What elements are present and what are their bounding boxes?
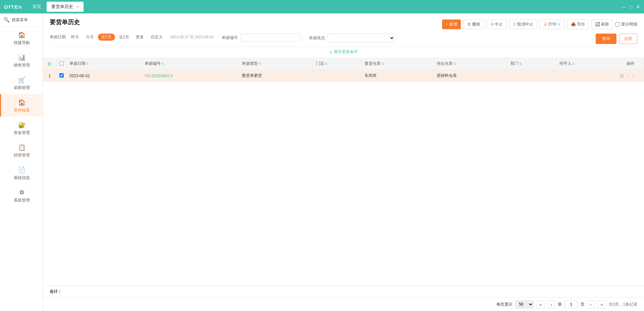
cancel-stop-button-label: 取消中止 bbox=[517, 21, 533, 27]
table-row[interactable]: 1 2023-06-02 YH-20230602-0 要货单要货 车间库 原材料… bbox=[43, 70, 644, 82]
export-button[interactable]: 📤 导出 bbox=[567, 19, 589, 29]
sort-department[interactable]: 部门 bbox=[511, 61, 522, 66]
sort-order-no[interactable]: 单据编号 bbox=[145, 61, 164, 66]
date-options: 昨天 今天 近7天 近1月 更多 自定义 bbox=[68, 34, 165, 41]
order-no-input[interactable] bbox=[240, 34, 301, 42]
status-select[interactable] bbox=[328, 34, 395, 42]
display-detail-checkbox[interactable] bbox=[615, 22, 620, 27]
sort-order-type[interactable]: 单据类型 bbox=[242, 61, 261, 66]
cancel-stop-button[interactable]: ⊙ 取消中止 bbox=[509, 19, 537, 29]
order-no-label: 单据编号 bbox=[222, 35, 238, 41]
more-action-icon[interactable]: ⋮⋮ bbox=[626, 73, 635, 79]
settings-button-label: 设置 bbox=[624, 36, 632, 42]
sidebar-item-operations[interactable]: 📋 经营管理 bbox=[0, 139, 43, 162]
search-icon: 🔍 bbox=[3, 17, 10, 23]
sidebar-search[interactable]: 🔍 搜索菜单 bbox=[0, 13, 43, 27]
cell-order-no: YH-20230602-0 bbox=[142, 70, 239, 82]
view-action-icon[interactable]: ⊞ bbox=[620, 73, 624, 79]
stop-button[interactable]: ⊘ 中止 bbox=[487, 19, 506, 29]
sidebar-item-sales[interactable]: 📊 销售管理 bbox=[0, 49, 43, 72]
sidebar-item-system[interactable]: ⚙ 系统管理 bbox=[0, 184, 43, 207]
inventory-icon: 🏠 bbox=[18, 99, 25, 106]
tab-requisition-history[interactable]: 要货单历史 × bbox=[47, 2, 84, 12]
cell-store bbox=[313, 70, 362, 82]
quick-nav-icon: 🏠 bbox=[18, 31, 25, 39]
sort-handler[interactable]: 经手人 bbox=[559, 61, 575, 66]
order-no-filter-group: 单据编号 bbox=[222, 34, 301, 42]
th-handler: 经手人 bbox=[556, 57, 617, 70]
close-btn[interactable]: ✕ bbox=[636, 4, 640, 9]
maximize-btn[interactable]: □ bbox=[630, 4, 632, 9]
sidebar-item-finance[interactable]: 🔐 资金管理 bbox=[0, 117, 43, 139]
settings-button[interactable]: 设置 bbox=[619, 34, 637, 44]
print-button[interactable]: 🖨 打印 ▼ bbox=[540, 19, 565, 29]
cell-date: 2023-06-02 bbox=[66, 70, 142, 82]
export-button-label: 导出 bbox=[577, 21, 585, 27]
th-store: 门店 bbox=[313, 57, 362, 70]
tab-home[interactable]: 首页 bbox=[28, 2, 46, 12]
column-settings-icon[interactable]: ⚙ bbox=[47, 61, 52, 66]
sort-warehouse[interactable]: 要货仓库 bbox=[365, 61, 384, 66]
status-filter-group: 单据状态 bbox=[309, 34, 395, 42]
date-today[interactable]: 今天 bbox=[83, 34, 97, 41]
main-area: 🔍 搜索菜单 🏠 快捷导航 📊 销售管理 🛒 采购管理 🏠 库存核算 🔐 bbox=[0, 13, 644, 311]
th-order-type: 单据类型 bbox=[239, 57, 313, 70]
expand-more-btn[interactable]: ∨ 展开更多条件 bbox=[329, 49, 358, 55]
date-more[interactable]: 更多 bbox=[133, 34, 147, 41]
query-button-label: 查询 bbox=[602, 36, 610, 42]
sidebar-item-label: 基础信息 bbox=[14, 175, 30, 181]
sidebar-item-purchase[interactable]: 🛒 采购管理 bbox=[0, 72, 43, 94]
stop-button-label: 中止 bbox=[495, 21, 503, 27]
tab-requisition-label: 要货单历史 bbox=[51, 4, 73, 10]
last-page-btn[interactable]: » bbox=[597, 301, 606, 308]
th-checkbox bbox=[56, 57, 66, 70]
finance-icon: 🔐 bbox=[18, 121, 25, 129]
th-order-no: 单据编号 bbox=[142, 57, 239, 70]
delete-button-label: 删除 bbox=[472, 21, 480, 27]
sort-date[interactable]: 单据日期 bbox=[69, 61, 89, 66]
prev-page-btn[interactable]: ‹ bbox=[547, 301, 555, 308]
sidebar-item-label: 系统管理 bbox=[14, 197, 30, 203]
minimize-btn[interactable]: — bbox=[621, 4, 626, 9]
new-button-label: + 新增 bbox=[446, 21, 457, 27]
tab-close-icon[interactable]: × bbox=[76, 4, 79, 9]
sort-store[interactable]: 门店 bbox=[316, 61, 327, 66]
order-no-link[interactable]: YH-20230602-0 bbox=[145, 74, 173, 78]
app-container: OfTEn 首页 要货单历史 × — □ ✕ 🔍 搜索菜单 🏠 快捷 bbox=[0, 0, 644, 311]
brand-text: OfTEn bbox=[4, 4, 22, 10]
expand-icon: ∨ bbox=[329, 50, 332, 54]
sidebar-item-quick-nav[interactable]: 🏠 快捷导航 bbox=[0, 27, 43, 49]
sidebar-search-label: 搜索菜单 bbox=[12, 17, 28, 23]
data-table: ⚙ 单据日期 单据编号 单据类型 门店 要货仓库 待出仓库 部门 bbox=[43, 57, 644, 82]
date-filter-label: 单据日期 bbox=[50, 34, 66, 40]
pagination: 每页显示 50 10 20 100 « ‹ 第 页 › » 共1页，1条记录 bbox=[43, 297, 644, 311]
cell-pending-warehouse: 原材料仓库 bbox=[434, 70, 507, 82]
new-button[interactable]: + 新增 bbox=[442, 19, 461, 29]
refresh-button[interactable]: 🔄 刷新 bbox=[591, 19, 613, 29]
row-checkbox[interactable] bbox=[59, 73, 64, 78]
th-actions: 操作 bbox=[617, 57, 644, 70]
purchase-icon: 🛒 bbox=[18, 76, 25, 84]
cell-order-type: 要货单要货 bbox=[239, 70, 313, 82]
total-info: 共1页，1条记录 bbox=[609, 302, 637, 307]
date-7days[interactable]: 近7天 bbox=[98, 34, 115, 41]
display-detail-option: 显示明细 bbox=[615, 21, 637, 27]
summary-label: 合计： bbox=[50, 289, 62, 295]
sidebar-item-label: 采购管理 bbox=[14, 85, 30, 91]
cell-actions: ⊞ ⋮⋮ bbox=[617, 70, 644, 82]
sidebar-item-inventory[interactable]: 🏠 库存核算 bbox=[0, 94, 43, 117]
page-size-select[interactable]: 50 10 20 100 bbox=[515, 300, 534, 308]
sidebar-item-basic-info[interactable]: 📄 基础信息 bbox=[0, 162, 43, 184]
first-page-btn[interactable]: « bbox=[536, 301, 545, 308]
date-1month[interactable]: 近1月 bbox=[116, 34, 132, 41]
select-all-checkbox[interactable] bbox=[59, 61, 64, 65]
date-yesterday[interactable]: 昨天 bbox=[68, 34, 82, 41]
query-button[interactable]: 查询 bbox=[596, 34, 616, 44]
sort-pending-warehouse[interactable]: 待出仓库 bbox=[437, 61, 456, 66]
next-page-btn[interactable]: › bbox=[587, 301, 595, 308]
delete-button[interactable]: 🗑 删除 bbox=[464, 19, 484, 29]
date-custom[interactable]: 自定义 bbox=[148, 34, 165, 41]
operations-icon: 📋 bbox=[18, 144, 25, 151]
expand-label: 展开更多条件 bbox=[334, 49, 358, 55]
page-input[interactable] bbox=[565, 301, 578, 308]
